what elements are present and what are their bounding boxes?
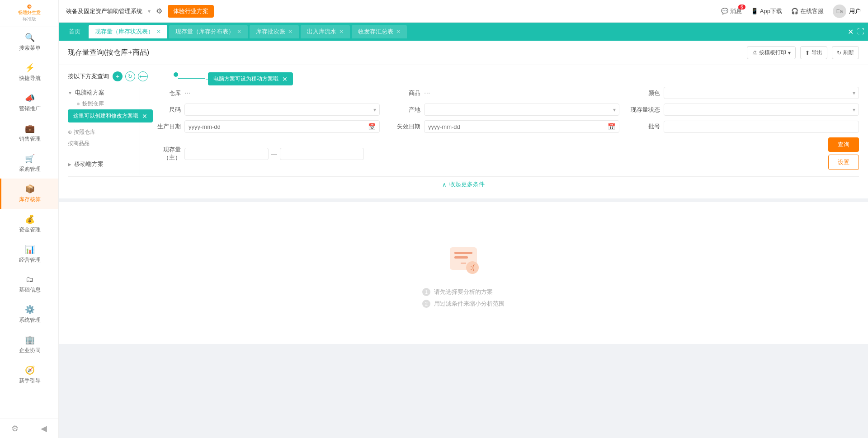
scheme-sub-dot	[77, 103, 80, 105]
tabs-actions: ✕ ⛶	[848, 28, 864, 36]
header-online-support[interactable]: 🎧 在线客服	[791, 7, 824, 15]
template-print-button[interactable]: 🖨 按模板打印 ▾	[747, 46, 796, 59]
filter-header-actions: + ↻ ⟵	[113, 71, 148, 81]
scheme-sub-warehouse[interactable]: 按照仓库	[77, 99, 135, 109]
sidebar-menu: 🔍 搜索菜单 ⚡ 快捷导航 📣 营销推广 💼 销售管理 🛒 采购管理 📦 库存核…	[0, 27, 58, 419]
collapse-button[interactable]: ∧ 收起更多条件	[68, 176, 859, 192]
tab-expand-icon[interactable]: ⛶	[857, 28, 864, 36]
tab-home[interactable]: 首页	[62, 25, 87, 38]
main-area: 装备及固定资产辅助管理系统 ▾ ⚙ 体验行业方案 💬 消息 6 📱 App下载 …	[59, 0, 868, 438]
filter-produce-date-input[interactable]	[189, 123, 366, 130]
sidebar-item-label: 新手引导	[19, 377, 41, 385]
tooltip-2-text: 这里可以创建和修改方案哦	[73, 112, 138, 120]
sidebar-item-basic[interactable]: 🗂 基础信息	[0, 269, 58, 299]
back-filter-button[interactable]: ⟵	[138, 71, 148, 81]
settings-bottom-icon[interactable]: ⚙	[11, 424, 19, 433]
tab-inout-flow[interactable]: 出入库流水 ✕	[301, 25, 350, 38]
tab-close-all-icon[interactable]: ✕	[848, 28, 854, 36]
filter-inventory-status-select[interactable]	[664, 104, 859, 116]
tab-receive-summary-close-icon[interactable]: ✕	[396, 28, 401, 35]
system-name-dropdown-icon[interactable]: ▾	[148, 8, 151, 14]
refresh-filter-button[interactable]: ↻	[125, 71, 135, 81]
filter-row-1: 仓库 ··· 商品 ··· 颜色 ▾	[149, 87, 859, 99]
filter-body: 这里可以创建和修改方案哦 ✕ ▼ 电脑端方案 按照仓库	[68, 87, 859, 174]
filter-expire-date-input-wrapper: 📅	[424, 120, 619, 133]
chevron-down-icon: ▼	[68, 90, 72, 95]
tab-batch-account[interactable]: 库存批次账 ✕	[250, 25, 299, 38]
settings-header-icon[interactable]: ⚙	[156, 7, 162, 15]
search-buttons: 查询 设置	[828, 137, 859, 170]
folder-icon: 🗂	[26, 275, 34, 284]
calendar-produce-icon[interactable]: 📅	[368, 123, 376, 130]
dropdown-arrow-template: ▾	[788, 50, 791, 56]
filter-color-label: 颜色	[628, 89, 660, 97]
industry-btn[interactable]: 体验行业方案	[168, 5, 214, 18]
brand-subtitle: 标准版	[23, 16, 36, 22]
tip-num-2: 2	[422, 300, 430, 308]
header-app-download[interactable]: 📱 App下载	[751, 7, 782, 15]
sidebar-item-guide[interactable]: 🧭 新手引导	[0, 360, 58, 390]
sidebar-item-label: 采购管理	[19, 165, 41, 173]
collapse-sidebar-icon[interactable]: ◀	[41, 424, 47, 433]
filter-color-select[interactable]	[664, 87, 859, 99]
filter-inventory-main-from[interactable]	[184, 148, 269, 160]
sidebar-item-quick[interactable]: ⚡ 快捷导航	[0, 57, 58, 88]
filter-size-select[interactable]	[184, 104, 380, 116]
tab-batch-account-close-icon[interactable]: ✕	[288, 28, 292, 35]
sidebar-item-corp[interactable]: 🏢 企业协同	[0, 330, 58, 360]
sidebar-item-search[interactable]: 🔍 搜索菜单	[0, 27, 58, 57]
sidebar-item-finance[interactable]: 💰 资金管理	[0, 209, 58, 239]
tab-inventory-status[interactable]: 现存量（库存状况表） ✕	[89, 25, 167, 38]
add-filter-button[interactable]: +	[113, 71, 123, 81]
sidebar-item-label: 经营管理	[19, 256, 41, 264]
tab-inventory-dist-close-icon[interactable]: ✕	[237, 28, 241, 35]
sidebar-item-label: 快捷导航	[19, 75, 41, 82]
sidebar-item-sales[interactable]: 💼 销售管理	[0, 118, 58, 148]
sidebar-logo: 畅 畅通好生意 标准版	[0, 0, 58, 27]
filter-warehouse-ellipsis[interactable]: ···	[184, 89, 190, 97]
gear-icon: ⚙️	[25, 305, 35, 315]
sidebar-item-purchase[interactable]: 🛒 采购管理	[0, 148, 58, 179]
filter-expire-date-input[interactable]	[428, 123, 606, 130]
export-button[interactable]: ⬆ 导出	[800, 46, 827, 59]
header-messages[interactable]: 💬 消息 6	[721, 7, 742, 15]
filter-goods-ellipsis[interactable]: ···	[424, 89, 430, 97]
spacer2	[68, 149, 135, 158]
chevron-right-icon: ▶	[68, 162, 71, 167]
scheme-desktop[interactable]: ▼ 电脑端方案	[68, 87, 135, 99]
reset-button[interactable]: 设置	[828, 155, 859, 170]
cart-icon: 🛒	[25, 154, 35, 164]
tooltip-popup-1: 电脑方案可设为移动方案哦 ✕	[208, 72, 293, 85]
filter-origin-select[interactable]	[424, 104, 619, 116]
scheme-mobile[interactable]: ▶ 移动端方案	[68, 158, 135, 170]
tooltip-2-close-icon[interactable]: ✕	[142, 113, 147, 120]
hint-label: ⊕ 按照仓库	[68, 127, 135, 138]
filter-batch-no-input[interactable]	[664, 121, 859, 133]
sidebar-item-system[interactable]: ⚙️ 系统管理	[0, 299, 58, 330]
refresh-button[interactable]: ↻ 刷新	[832, 46, 859, 59]
tab-receive-summary[interactable]: 收发存汇总表 ✕	[352, 25, 407, 38]
search-button[interactable]: 查询	[828, 137, 859, 152]
sidebar-item-label: 资金管理	[19, 226, 41, 234]
tab-inventory-status-close-icon[interactable]: ✕	[156, 28, 161, 35]
sidebar-item-operation[interactable]: 📊 经营管理	[0, 239, 58, 269]
calendar-expire-icon[interactable]: 📅	[608, 123, 615, 130]
sidebar: 畅 畅通好生意 标准版 🔍 搜索菜单 ⚡ 快捷导航 📣 营销推广 💼 销售管理 …	[0, 0, 59, 438]
tooltip-1-close-icon[interactable]: ✕	[282, 75, 288, 83]
chevron-up-icon: ∧	[442, 181, 447, 188]
filter-inventory-main-to[interactable]	[280, 148, 364, 160]
tab-inventory-dist[interactable]: 现存量（库存分布表） ✕	[169, 25, 248, 38]
sidebar-item-inventory[interactable]: 📦 库存核算	[0, 179, 58, 209]
filter-color-select-wrapper: ▾	[664, 87, 859, 99]
money-icon: 💰	[25, 214, 35, 224]
header-user[interactable]: Ea 用户	[833, 5, 861, 18]
dot-indicator	[174, 72, 178, 77]
compass-icon: 🧭	[25, 365, 35, 375]
brand-logo-icon: 畅	[21, 5, 38, 9]
filter-area: 按以下方案查询 + ↻ ⟵ → 电脑方案可设为移动方案哦 ✕	[59, 65, 868, 198]
tab-inout-flow-close-icon[interactable]: ✕	[339, 28, 344, 35]
sidebar-item-label: 企业协同	[19, 347, 41, 354]
filter-warehouse-label: 仓库	[149, 89, 181, 97]
filter-row-2: 尺码 ▾ 产地 ▾	[149, 104, 859, 116]
sidebar-item-marketing[interactable]: 📣 营销推广	[0, 88, 58, 118]
